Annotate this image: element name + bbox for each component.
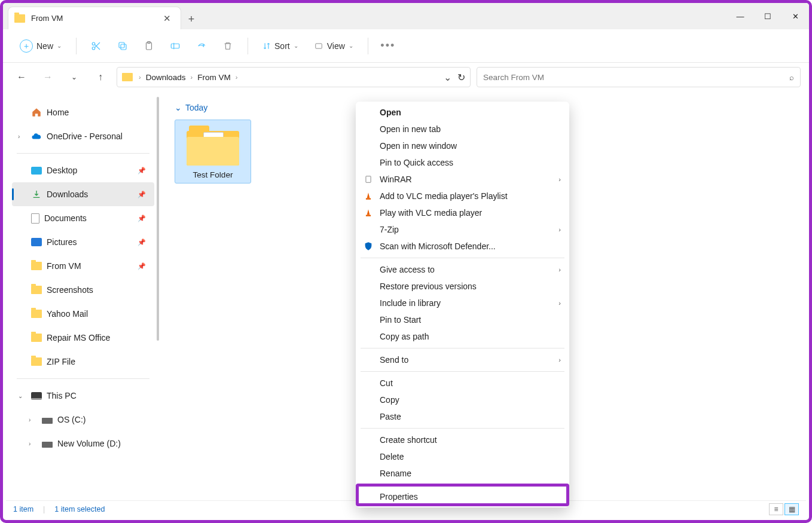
recent-button[interactable]: ⌄ [64, 67, 84, 87]
chevron-right-icon: › [236, 74, 238, 81]
copy-button[interactable] [111, 35, 134, 57]
ctx-paste[interactable]: Paste [356, 408, 569, 425]
ctx-pin-start[interactable]: Pin to Start [356, 311, 569, 328]
folder-icon [187, 124, 239, 166]
navigation-pane: Home › OneDrive - Personal Desktop📌 Down… [6, 94, 160, 502]
window-tab[interactable]: From VM ✕ [8, 7, 181, 29]
ctx-vlc-add[interactable]: Add to VLC media player's Playlist [356, 188, 569, 204]
forward-button[interactable]: → [38, 67, 58, 87]
view-icon [314, 42, 323, 50]
close-tab-icon[interactable]: ✕ [160, 12, 175, 25]
rename-button[interactable] [164, 35, 187, 57]
ctx-cut[interactable]: Cut [356, 375, 569, 392]
chevron-down-icon: ⌄ [175, 103, 182, 112]
share-button[interactable] [190, 35, 213, 57]
sort-button[interactable]: Sort ⌄ [257, 38, 304, 54]
folder-icon [31, 310, 42, 318]
search-box[interactable]: ⌕ [477, 67, 801, 87]
chevron-right-icon: › [558, 226, 561, 233]
folder-icon [31, 262, 42, 270]
ctx-shortcut[interactable]: Create shortcut [356, 432, 569, 448]
cut-button[interactable] [85, 35, 108, 57]
view-details-button[interactable]: ≡ [769, 503, 783, 515]
ctx-defender[interactable]: Scan with Microsoft Defender... [356, 238, 569, 255]
file-item-test-folder[interactable]: Test Folder [175, 120, 251, 183]
drive-icon [42, 442, 53, 448]
refresh-icon[interactable]: ↻ [457, 72, 465, 83]
folder-icon [31, 357, 42, 366]
ctx-7zip[interactable]: 7-Zip› [356, 221, 569, 238]
sidebar-item-documents[interactable]: Documents📌 [12, 206, 154, 230]
ctx-rename[interactable]: Rename [356, 465, 569, 482]
ctx-give-access[interactable]: Give access to› [356, 261, 569, 278]
svg-rect-6 [171, 44, 179, 48]
view-button[interactable]: View ⌄ [308, 38, 359, 54]
ctx-open[interactable]: Open [356, 104, 569, 121]
search-input[interactable] [483, 73, 789, 82]
close-window-button[interactable]: ✕ [782, 3, 809, 29]
drive-icon [42, 418, 53, 424]
sidebar-item-thispc[interactable]: ⌄This PC [12, 384, 154, 408]
folder-icon [31, 286, 42, 294]
sidebar-item-downloads[interactable]: Downloads📌 [12, 182, 154, 206]
download-icon [31, 189, 42, 200]
paste-button[interactable] [138, 35, 160, 57]
sidebar-item-zip[interactable]: ZIP File [12, 350, 154, 374]
new-tab-button[interactable]: + [181, 9, 202, 29]
status-item-count: 1 item [13, 505, 33, 513]
ctx-open-window[interactable]: Open in new window [356, 137, 569, 154]
minimize-button[interactable]: — [726, 3, 754, 29]
pin-icon: 📌 [138, 167, 146, 175]
sidebar-item-desktop[interactable]: Desktop📌 [12, 158, 154, 182]
history-dropdown-icon[interactable]: ⌄ [444, 72, 451, 83]
document-icon [31, 213, 39, 224]
sidebar-item-pictures[interactable]: Pictures📌 [12, 230, 154, 254]
sidebar-item-onedrive[interactable]: › OneDrive - Personal [12, 124, 154, 148]
ctx-pin-quick[interactable]: Pin to Quick access [356, 154, 569, 171]
scrollbar-thumb[interactable] [157, 97, 159, 341]
context-menu: Open Open in new tab Open in new window … [356, 102, 569, 507]
view-icons-button[interactable]: ▦ [784, 503, 799, 515]
ctx-open-tab[interactable]: Open in new tab [356, 121, 569, 137]
ctx-properties[interactable]: Properties [356, 488, 569, 505]
pin-icon: 📌 [138, 191, 146, 198]
sidebar-item-screenshots[interactable]: Screenshots [12, 278, 154, 302]
pin-icon: 📌 [138, 262, 146, 270]
ctx-include-lib[interactable]: Include in library› [356, 295, 569, 311]
tab-title: From VM [31, 14, 154, 23]
folder-icon [122, 73, 133, 81]
chevron-down-icon: ⌄ [349, 42, 353, 49]
ctx-delete[interactable]: Delete [356, 448, 569, 465]
status-selected-count: 1 item selected [54, 505, 105, 513]
file-name: Test Folder [193, 170, 233, 179]
desktop-icon [31, 167, 42, 175]
sidebar-item-home[interactable]: Home [12, 100, 154, 124]
ctx-copy-path[interactable]: Copy as path [356, 328, 569, 345]
ctx-vlc-play[interactable]: Play with VLC media player [356, 204, 569, 221]
more-button[interactable]: ••• [377, 35, 399, 57]
sort-icon [262, 42, 271, 50]
ctx-winrar[interactable]: WinRAR› [356, 171, 569, 188]
breadcrumb-segment[interactable]: Downloads [144, 72, 188, 83]
chevron-right-icon: › [558, 266, 561, 273]
sidebar-item-fromvm[interactable]: From VM📌 [12, 254, 154, 278]
chevron-right-icon: › [558, 356, 561, 363]
svg-rect-3 [119, 42, 124, 48]
sidebar-item-yahoo[interactable]: Yahoo Mail [12, 302, 154, 326]
sidebar-item-newvol[interactable]: ›New Volume (D:) [12, 432, 154, 455]
new-button[interactable]: + New ⌄ [14, 36, 68, 56]
sidebar-item-osc[interactable]: ›OS (C:) [12, 408, 154, 432]
chevron-right-icon: › [139, 74, 141, 81]
breadcrumb-segment[interactable]: From VM [195, 72, 233, 83]
ctx-restore[interactable]: Restore previous versions [356, 278, 569, 295]
delete-button[interactable] [216, 35, 239, 57]
ctx-send-to[interactable]: Send to› [356, 351, 569, 368]
sidebar-item-repair[interactable]: Repair MS Office [12, 326, 154, 350]
back-button[interactable]: ← [11, 67, 32, 87]
toolbar: + New ⌄ Sort ⌄ View ⌄ ••• [3, 29, 809, 63]
maximize-button[interactable]: ☐ [754, 3, 782, 29]
breadcrumb[interactable]: › Downloads › From VM › ⌄ ↻ [117, 67, 471, 87]
up-button[interactable]: ↑ [90, 67, 111, 87]
search-icon[interactable]: ⌕ [789, 73, 794, 82]
ctx-copy[interactable]: Copy [356, 392, 569, 408]
